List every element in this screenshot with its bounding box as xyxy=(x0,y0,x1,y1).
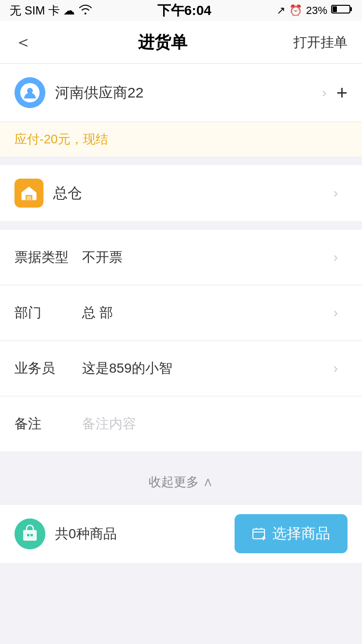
salesperson-row[interactable]: 业务员 这是859的小智 › xyxy=(0,340,362,396)
select-product-label: 选择商品 xyxy=(272,524,330,544)
status-bar: 无 SIM 卡 ☁ 下午6:04 ↗ ⏰ 23% xyxy=(0,0,362,21)
notice-bar: 应付-20元，现结 xyxy=(0,122,362,156)
remark-label: 备注 xyxy=(14,415,82,433)
supplier-avatar xyxy=(14,77,45,108)
battery-icon xyxy=(331,4,352,17)
supplier-row[interactable]: 河南供应商22 › + xyxy=(0,64,362,122)
supplier-name: 河南供应商22 xyxy=(55,83,322,103)
avatar-icon xyxy=(20,83,40,102)
department-value: 总 部 xyxy=(82,304,334,322)
nav-bar: ＜ 进货单 打开挂单 xyxy=(0,21,362,64)
warehouse-chevron-icon: › xyxy=(334,185,338,201)
svg-rect-1 xyxy=(350,7,352,11)
notice-text: 应付-20元，现结 xyxy=(14,132,108,146)
department-label: 部门 xyxy=(14,304,82,322)
warehouse-icon xyxy=(14,179,43,208)
collapse-label: 收起更多 ∧ xyxy=(149,474,213,490)
department-chevron-icon: › xyxy=(334,305,338,321)
product-count-label: 共0种商品 xyxy=(55,525,235,543)
invoice-type-value: 不开票 xyxy=(82,248,334,266)
svg-rect-6 xyxy=(23,530,37,541)
warehouse-row[interactable]: 总仓 › xyxy=(0,165,362,221)
back-button[interactable]: ＜ xyxy=(14,30,32,54)
form-section: 票据类型 不开票 › 部门 总 部 › 业务员 这是859的小智 › 备注 备注… xyxy=(0,230,362,451)
add-button[interactable]: + xyxy=(336,83,348,102)
invoice-type-chevron-icon: › xyxy=(334,250,338,265)
svg-rect-9 xyxy=(253,529,265,539)
supplier-section: 河南供应商22 › + 应付-20元，现结 xyxy=(0,64,362,156)
battery-label: 23% xyxy=(306,4,327,17)
supplier-chevron-icon: › xyxy=(322,85,326,100)
location-icon: ↗ xyxy=(277,4,285,17)
wifi-icon xyxy=(79,4,92,17)
invoice-type-row[interactable]: 票据类型 不开票 › xyxy=(0,230,362,285)
open-pending-button[interactable]: 打开挂单 xyxy=(293,33,348,52)
svg-rect-7 xyxy=(27,534,29,536)
warehouse-section: 总仓 › xyxy=(0,165,362,221)
select-product-button[interactable]: 选择商品 xyxy=(235,514,348,553)
bottom-bar: 共0种商品 选择商品 xyxy=(0,504,362,563)
department-row[interactable]: 部门 总 部 › xyxy=(0,285,362,340)
salesperson-chevron-icon: › xyxy=(334,361,338,376)
status-time: 下午6:04 xyxy=(157,1,211,20)
salesperson-value: 这是859的小智 xyxy=(82,359,334,378)
product-icon xyxy=(14,518,45,549)
alarm-icon: ⏰ xyxy=(289,4,302,17)
status-right: ↗ ⏰ 23% xyxy=(277,4,352,17)
remark-row[interactable]: 备注 备注内容 xyxy=(0,396,362,451)
collapse-row[interactable]: 收起更多 ∧ xyxy=(0,460,362,504)
warehouse-name: 总仓 xyxy=(53,183,334,203)
remark-input[interactable]: 备注内容 xyxy=(82,415,348,433)
svg-rect-2 xyxy=(333,6,337,12)
status-left: 无 SIM 卡 ☁ xyxy=(10,3,92,18)
invoice-type-label: 票据类型 xyxy=(14,248,82,266)
svg-rect-5 xyxy=(27,196,31,200)
salesperson-label: 业务员 xyxy=(14,359,82,378)
svg-rect-8 xyxy=(30,534,33,536)
page-title: 进货单 xyxy=(138,31,187,54)
no-sim-label: 无 SIM 卡 ☁ xyxy=(10,3,75,18)
